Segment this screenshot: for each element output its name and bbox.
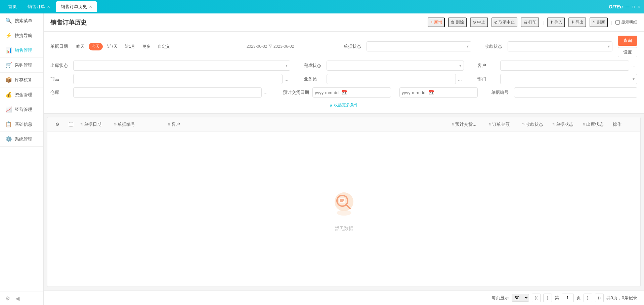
dept-select[interactable] xyxy=(500,74,637,84)
filter-row-1: 单据日期 昨天 今天 近7天 近1月 更多 自定义 2023-06-02 至 2 xyxy=(50,36,637,57)
sidebar-item-sales[interactable]: 📊 销售管理 xyxy=(0,43,43,58)
show-detail-checkbox[interactable] xyxy=(615,20,620,25)
sidebar-item-system[interactable]: ⚙️ 系统管理 xyxy=(0,132,43,147)
page-size-label: 每页显示 xyxy=(491,295,509,301)
delivery-to-input[interactable] xyxy=(402,90,429,95)
settings-bottom-icon[interactable]: ⚙ xyxy=(5,295,10,302)
import-button[interactable]: ⬆ 导入 xyxy=(547,17,565,27)
sidebar-item-search[interactable]: 🔍 搜索菜单 xyxy=(0,13,43,28)
next-page-icon: ⟩ xyxy=(587,296,589,300)
first-page-icon: ⟨⟨ xyxy=(534,296,538,300)
sort-docno-icon[interactable]: ⇅ xyxy=(114,122,117,126)
delete-button[interactable]: 🗑 删除 xyxy=(448,17,467,27)
page-unit-label: 页 xyxy=(576,295,581,301)
sort-date-icon[interactable]: ⇅ xyxy=(80,122,83,126)
doc-status-select[interactable] xyxy=(367,41,471,51)
cancel-stop-button[interactable]: ⊘ 取消中止 xyxy=(491,17,517,27)
customer-dots[interactable]: ... xyxy=(629,63,637,68)
filter-date-range-text: 2023-06-02 至 2023-06-02 xyxy=(245,44,330,49)
sidebar-item-inventory[interactable]: 📦 库存核算 xyxy=(0,73,43,87)
sidebar-item-finance[interactable]: 💰 资金管理 xyxy=(0,87,43,102)
restore-btn[interactable]: □ xyxy=(632,4,635,9)
date-btn-more[interactable]: 更多 xyxy=(139,43,154,50)
sidebar-basic-label: 基础信息 xyxy=(15,121,32,127)
sort-status-icon[interactable]: ⇅ xyxy=(552,122,555,126)
th-settings[interactable]: ⚙ xyxy=(51,122,64,127)
salesperson-control: ... xyxy=(327,74,464,84)
delivery-from-input[interactable] xyxy=(315,90,342,95)
sidebar-system-label: 系统管理 xyxy=(15,136,32,142)
close-btn[interactable]: ✕ xyxy=(637,4,641,9)
warehouse-dots[interactable]: ... xyxy=(262,90,270,95)
topbar-right: OfTEn — □ ✕ xyxy=(609,4,641,9)
date-btn-custom[interactable]: 自定义 xyxy=(155,43,173,50)
page-size-select[interactable]: 50 10 20 100 xyxy=(512,294,529,302)
export-button[interactable]: ⬇ 导出 xyxy=(568,17,586,27)
settings-col-icon: ⚙ xyxy=(55,122,59,127)
toolbar: + 新增 🗑 删除 ⊘ 中止 ⊘ 取消中止 🖨 打印 | ⬆ 导入 ⬇ 导出 ↻… xyxy=(428,17,637,27)
show-detail-toggle[interactable]: 显示明细 xyxy=(615,20,637,25)
minimize-btn[interactable]: — xyxy=(626,4,630,9)
goods-dots[interactable]: ... xyxy=(283,76,291,82)
sidebar-purchase-label: 采购管理 xyxy=(15,62,32,68)
settings-button[interactable]: 设置 xyxy=(618,47,637,57)
docno-input[interactable] xyxy=(514,87,637,98)
salesperson-input[interactable] xyxy=(327,74,456,84)
print-button[interactable]: 🖨 打印 xyxy=(521,17,539,27)
prev-page-button[interactable]: ⟨ xyxy=(543,294,552,302)
payment-status-label: 收款状态 xyxy=(485,43,505,49)
select-all-checkbox[interactable] xyxy=(69,122,73,126)
date-btn-yesterday[interactable]: 昨天 xyxy=(73,43,87,50)
sidebar: 🔍 搜索菜单 ⚡ 快捷导航 📊 销售管理 🛒 采购管理 📦 库存核算 💰 资金管… xyxy=(0,13,44,305)
th-docno: ⇅ 单据编号 xyxy=(111,121,165,127)
payment-status-select[interactable] xyxy=(508,41,612,51)
sidebar-item-basic[interactable]: 📋 基础信息 xyxy=(0,117,43,132)
next-page-button[interactable]: ⟩ xyxy=(584,294,592,302)
collapse-more-conditions[interactable]: ∧ 收起更多条件 xyxy=(50,101,637,109)
th-checkbox[interactable] xyxy=(64,122,78,126)
home-tab[interactable]: 首页 xyxy=(3,1,22,12)
tab-sales-order-close[interactable]: ✕ xyxy=(47,5,50,9)
sidebar-item-quicknav[interactable]: ⚡ 快捷导航 xyxy=(0,28,43,43)
date-btn-7days[interactable]: 近7天 xyxy=(104,43,121,50)
tab-sales-order[interactable]: 销售订单 ✕ xyxy=(23,1,55,12)
stop-button[interactable]: ⊘ 中止 xyxy=(470,17,488,27)
sidebar-finance-label: 资金管理 xyxy=(15,92,32,98)
sort-payment-icon[interactable]: ⇅ xyxy=(522,122,525,126)
query-settings-btns: 查询 设置 xyxy=(618,36,637,57)
salesperson-dots[interactable]: ... xyxy=(456,76,464,82)
calendar-to-icon[interactable]: 📅 xyxy=(429,90,434,95)
customer-input[interactable] xyxy=(500,61,630,71)
last-page-button[interactable]: ⟩⟩ xyxy=(595,294,604,302)
sidebar-item-purchase[interactable]: 🛒 采购管理 xyxy=(0,58,43,73)
tab-sales-history-close[interactable]: ✕ xyxy=(89,5,92,9)
tab-sales-history[interactable]: 销售订单历史 ✕ xyxy=(56,1,97,12)
date-btn-1month[interactable]: 近1月 xyxy=(122,43,138,50)
date-btn-today[interactable]: 今天 xyxy=(89,43,103,50)
date-filter-label: 单据日期 xyxy=(50,43,71,49)
first-page-button[interactable]: ⟨⟨ xyxy=(532,294,541,302)
filter-row-2: 出库状态 完成状态 xyxy=(50,61,637,71)
warehouse-input[interactable] xyxy=(73,87,262,98)
query-button[interactable]: 查询 xyxy=(618,36,637,46)
sort-delivery-icon[interactable]: ⇅ xyxy=(452,122,454,126)
calendar-from-icon[interactable]: 📅 xyxy=(342,90,347,95)
operations-icon: 📈 xyxy=(5,106,12,113)
doc-status-select-wrapper xyxy=(367,41,471,51)
sort-outbound-icon[interactable]: ⇅ xyxy=(583,122,585,126)
sidebar-item-operations[interactable]: 📈 经营管理 xyxy=(0,102,43,117)
refresh-button[interactable]: ↻ 刷新 xyxy=(590,17,607,27)
content-area: 销售订单历史 + 新增 🗑 删除 ⊘ 中止 ⊘ 取消中止 🖨 打印 | ⬆ 导入… xyxy=(44,13,644,305)
outbound-select[interactable] xyxy=(73,61,290,71)
page-number-input[interactable] xyxy=(562,294,574,302)
page-title-row: 销售订单历史 + 新增 🗑 删除 ⊘ 中止 ⊘ 取消中止 🖨 打印 | ⬆ 导入… xyxy=(50,17,637,27)
complete-select[interactable] xyxy=(327,61,464,71)
chevron-up-icon: ∧ xyxy=(330,103,333,108)
sort-amount-icon[interactable]: ⇅ xyxy=(488,122,491,126)
collapse-sidebar-icon[interactable]: ◀ xyxy=(15,295,19,302)
th-date: ⇅ 单据日期 xyxy=(78,121,111,127)
goods-input[interactable] xyxy=(73,74,283,84)
sort-customer-icon[interactable]: ⇅ xyxy=(168,122,170,126)
add-button[interactable]: + 新增 xyxy=(428,17,444,27)
page-label: 第 xyxy=(555,295,559,301)
